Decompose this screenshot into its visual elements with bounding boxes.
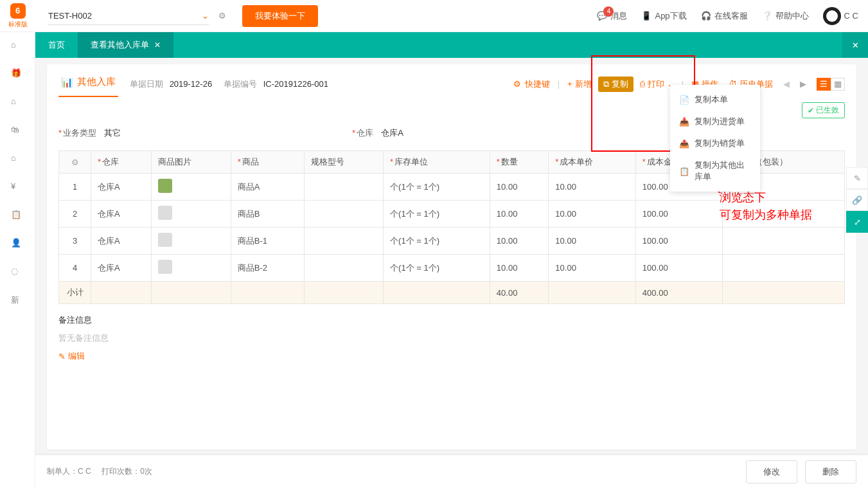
dock-note-icon[interactable]: ✎ — [846, 167, 868, 189]
next-button[interactable]: ▶ — [796, 77, 810, 91]
product-image-icon — [158, 206, 172, 220]
field-warehouse: *仓库 仓库A — [352, 127, 403, 139]
modify-button[interactable]: 修改 — [746, 460, 797, 483]
add-button[interactable]: +新增 — [563, 77, 596, 92]
gear-icon: ⚙ — [512, 79, 522, 89]
left-nav: ⌂ 🎁 ⌂ 🛍 ⌂ ¥ 📋 👤 ◌ 新 — [0, 32, 35, 488]
clipboard-icon[interactable]: 📋 — [11, 210, 24, 222]
remark-section: 备注信息 暂无备注信息 ✎编辑 — [47, 304, 856, 372]
edit-icon: ✎ — [58, 352, 66, 361]
col-unit: *库存单位 — [384, 151, 490, 174]
org-name: TEST-H002 — [48, 11, 92, 21]
app-download-button[interactable]: 📱 App下载 — [641, 10, 686, 22]
view-toggle: ☰ ▦ — [817, 78, 845, 91]
panel-header: 📊 其他入库 单据日期 2019-12-26 单据编号 IC-20191226-… — [47, 64, 856, 97]
messages-badge: 4 — [603, 6, 614, 17]
product-image-icon — [158, 233, 172, 247]
gear-icon[interactable]: ⚙ — [218, 11, 226, 21]
user-menu[interactable]: C C — [823, 7, 858, 25]
money-icon[interactable]: ¥ — [11, 181, 24, 194]
product-image-icon — [158, 260, 172, 274]
copy-button[interactable]: ⧉复制 — [598, 77, 633, 92]
dock-expand-icon[interactable]: ⤢ — [846, 211, 868, 233]
house-icon[interactable]: ⌂ — [11, 96, 24, 109]
logo[interactable]: 6 标准版 — [0, 3, 35, 29]
col-warehouse: *仓库 — [91, 151, 152, 174]
col-product: *商品 — [231, 151, 304, 174]
remark-title: 备注信息 — [58, 314, 845, 326]
prev-button[interactable]: ◀ — [779, 77, 793, 91]
list-view-icon[interactable]: ☰ — [817, 78, 831, 91]
subtotal-row: 小计40.00400.00 — [59, 282, 845, 304]
gear-col-header[interactable]: ⚙ — [59, 151, 91, 174]
status-badge: ✔已生效 — [802, 102, 845, 118]
doc-icon: 📋 — [679, 167, 689, 176]
cta-button[interactable]: 我要体验一下 — [242, 5, 318, 27]
plus-icon: + — [567, 79, 572, 89]
tab-home[interactable]: 首页 — [35, 32, 78, 58]
messages-button[interactable]: 💬 消息 4 — [597, 10, 627, 22]
logo-edition: 标准版 — [8, 20, 28, 29]
panel: 📊 其他入库 单据日期 2019-12-26 单据编号 IC-20191226-… — [47, 64, 856, 449]
right-dock: ✎ 🔗 ⤢ — [846, 167, 868, 233]
copy-icon: ⧉ — [603, 79, 609, 89]
avatar — [823, 7, 841, 25]
bag-icon[interactable]: 🛍 — [11, 125, 24, 138]
footer-bar: 制单人：C C 打印次数：0次 修改 删除 — [35, 455, 868, 488]
shortcut-button[interactable]: ⚙快捷键 — [508, 77, 554, 92]
warehouse-icon[interactable]: ⌂ — [11, 153, 24, 166]
chevron-down-icon: ⌄ — [202, 11, 209, 21]
copy-doc-icon: 📄 — [679, 95, 689, 105]
table-row[interactable]: 2仓库A商品B个(1个 = 1个)10.0010.00100.00 — [59, 201, 845, 228]
tab-current[interactable]: 查看其他入库单 ✕ — [78, 32, 173, 58]
close-all-tabs[interactable]: ✕ — [842, 32, 868, 58]
col-price: *成本单价 — [549, 151, 636, 174]
panel-tab[interactable]: 📊 其他入库 — [58, 71, 118, 97]
phone-icon: 📱 — [641, 11, 651, 21]
org-selector[interactable]: TEST-H002 ⌄ — [48, 7, 209, 25]
doc-no: 单据编号 IC-20191226-001 — [224, 78, 328, 90]
delete-button[interactable]: 删除 — [805, 460, 856, 483]
close-icon[interactable]: ✕ — [154, 41, 161, 50]
headset-icon: 🎧 — [701, 11, 711, 21]
table-row[interactable]: 3仓库A商品B-1个(1个 = 1个)10.0010.00100.00 — [59, 228, 845, 255]
field-biz-type: *业务类型 其它 — [58, 127, 121, 139]
product-image-icon — [158, 179, 172, 193]
print-icon: ⎙ — [640, 79, 645, 89]
col-spec: 规格型号 — [304, 151, 384, 174]
in-icon: 📥 — [679, 117, 689, 127]
inbound-icon: 📊 — [61, 77, 73, 88]
copy-menu-item-copy-this[interactable]: 📄复制本单 — [670, 89, 760, 111]
copy-dropdown: 📄复制本单 📥复制为进货单 📤复制为销货单 📋复制为其他出库单 — [670, 85, 760, 192]
tabs-bar: 首页 查看其他入库单 ✕ ✕ — [35, 32, 868, 58]
logo-icon: 6 — [10, 3, 26, 19]
top-header: 6 标准版 TEST-H002 ⌄ ⚙ 我要体验一下 💬 消息 4 📱 App下… — [0, 0, 868, 32]
check-icon: ✔ — [808, 106, 814, 115]
doc-date: 单据日期 2019-12-26 — [130, 78, 212, 90]
gift-icon[interactable]: 🎁 — [11, 68, 24, 81]
copy-menu-item-sales[interactable]: 📤复制为销货单 — [670, 132, 760, 154]
col-image: 商品图片 — [152, 151, 231, 174]
remark-empty: 暂无备注信息 — [58, 332, 845, 344]
card-view-icon[interactable]: ▦ — [831, 78, 845, 91]
home-icon[interactable]: ⌂ — [11, 40, 24, 53]
table-row[interactable]: 4仓库A商品B-2个(1个 = 1个)10.0010.00100.00 — [59, 255, 845, 282]
loading-icon[interactable]: ◌ — [11, 266, 24, 279]
copy-menu-item-other-out[interactable]: 📋复制为其他出库单 — [670, 154, 760, 188]
out-icon: 📤 — [679, 139, 689, 149]
new-icon[interactable]: 新 — [11, 294, 24, 307]
dock-link-icon[interactable]: 🔗 — [846, 189, 868, 211]
copy-menu-item-purchase[interactable]: 📥复制为进货单 — [670, 111, 760, 132]
help-center-button[interactable]: ❔ 帮助中心 — [762, 10, 809, 22]
online-service-button[interactable]: 🎧 在线客服 — [701, 10, 748, 22]
edit-remark-button[interactable]: ✎编辑 — [58, 350, 845, 362]
col-qty: *数量 — [490, 151, 549, 174]
help-icon: ❔ — [762, 11, 772, 21]
user-card-icon[interactable]: 👤 — [11, 238, 24, 251]
content-area: 📊 其他入库 单据日期 2019-12-26 单据编号 IC-20191226-… — [35, 58, 868, 488]
footer-creator: 制单人：C C 打印次数：0次 — [47, 466, 152, 477]
